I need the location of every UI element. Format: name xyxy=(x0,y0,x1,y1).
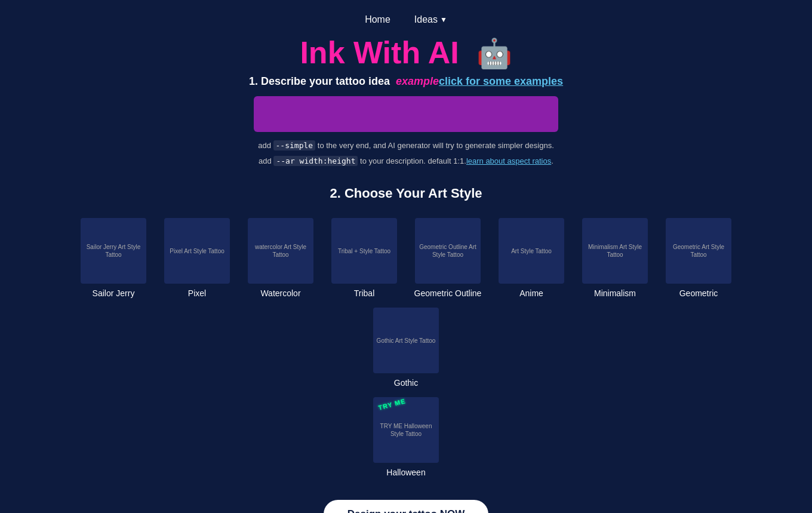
hint-simple: add --simple to the very end, and AI gen… xyxy=(0,139,812,152)
nav-ideas[interactable]: Ideas ▼ xyxy=(414,14,447,25)
cta-row: Design your tattoo NOW xyxy=(0,500,812,513)
style-img-minimalism: Minimalism Art Style Tattoo xyxy=(582,218,648,284)
style-label-minimalism: Minimalism xyxy=(594,288,636,298)
style-label-gothic: Gothic xyxy=(394,378,418,388)
style-item-tribal[interactable]: Tribal + Style Tattoo Tribal xyxy=(322,213,406,303)
hero-title: Ink With AI 🤖 xyxy=(300,35,512,70)
style-item-anime[interactable]: Art Style Tattoo Anime xyxy=(490,213,573,303)
style-img-halloween: TRY ME TRY ME Halloween Style Tattoo xyxy=(373,397,439,463)
aspect-ratio-link[interactable]: learn about aspect ratios xyxy=(466,156,551,165)
ideas-chevron: ▼ xyxy=(440,16,447,24)
style-item-sailor-jerry[interactable]: Sailor Jerry Art Style Tattoo Sailor Jer… xyxy=(72,213,155,303)
styles-grid: Sailor Jerry Art Style Tattoo Sailor Jer… xyxy=(48,213,764,392)
design-now-button[interactable]: Design your tattoo NOW xyxy=(324,500,488,513)
style-item-halloween[interactable]: TRY ME TRY ME Halloween Style Tattoo Hal… xyxy=(364,392,448,482)
tattoo-input-wrapper xyxy=(0,96,812,132)
style-item-watercolor[interactable]: watercolor Art Style Tattoo Watercolor xyxy=(239,213,322,303)
robot-icon: 🤖 xyxy=(476,38,512,69)
style-label-tribal: Tribal xyxy=(354,288,375,298)
example-text: example xyxy=(396,75,439,87)
style-img-anime: Art Style Tattoo xyxy=(499,218,564,284)
style-label-geometric: Geometric xyxy=(679,288,718,298)
style-label-pixel: Pixel xyxy=(188,288,206,298)
step1-label: 1. Describe your tattoo idea exampleclic… xyxy=(0,75,812,88)
style-item-geometric-outline[interactable]: Geometric Outline Art Style Tattoo Geome… xyxy=(406,213,490,303)
style-img-tribal: Tribal + Style Tattoo xyxy=(331,218,397,284)
ar-flag: --ar width:height xyxy=(273,156,358,166)
style-label-anime: Anime xyxy=(519,288,543,298)
halloween-row: TRY ME TRY ME Halloween Style Tattoo Hal… xyxy=(0,392,812,482)
style-img-watercolor: watercolor Art Style Tattoo xyxy=(248,218,313,284)
examples-link[interactable]: click for some examples xyxy=(439,75,563,87)
simple-flag: --simple xyxy=(273,140,316,150)
style-img-pixel: Pixel Art Style Tattoo xyxy=(164,218,230,284)
main-nav: Home Ideas ▼ xyxy=(0,0,812,35)
try-me-badge: TRY ME xyxy=(377,397,406,411)
step2-label: 2. Choose Your Art Style xyxy=(0,186,812,201)
style-label-halloween: Halloween xyxy=(386,468,425,477)
style-label-sailor-jerry: Sailor Jerry xyxy=(93,288,135,298)
style-item-geometric[interactable]: Geometric Art Style Tattoo Geometric xyxy=(657,213,740,303)
style-item-gothic[interactable]: Gothic Art Style Tattoo Gothic xyxy=(364,303,448,392)
style-label-watercolor: Watercolor xyxy=(260,288,300,298)
style-item-minimalism[interactable]: Minimalism Art Style Tattoo Minimalism xyxy=(573,213,657,303)
nav-home[interactable]: Home xyxy=(365,14,390,25)
style-img-gothic: Gothic Art Style Tattoo xyxy=(373,308,439,373)
style-item-pixel[interactable]: Pixel Art Style Tattoo Pixel xyxy=(155,213,239,303)
hint-ar: add --ar width:height to your descriptio… xyxy=(0,155,812,168)
style-label-geometric-outline: Geometric Outline xyxy=(414,288,482,298)
style-img-sailor-jerry: Sailor Jerry Art Style Tattoo xyxy=(81,218,146,284)
tattoo-description-input[interactable] xyxy=(254,96,558,132)
style-img-geometric: Geometric Art Style Tattoo xyxy=(666,218,731,284)
style-img-geometric-outline: Geometric Outline Art Style Tattoo xyxy=(415,218,481,284)
